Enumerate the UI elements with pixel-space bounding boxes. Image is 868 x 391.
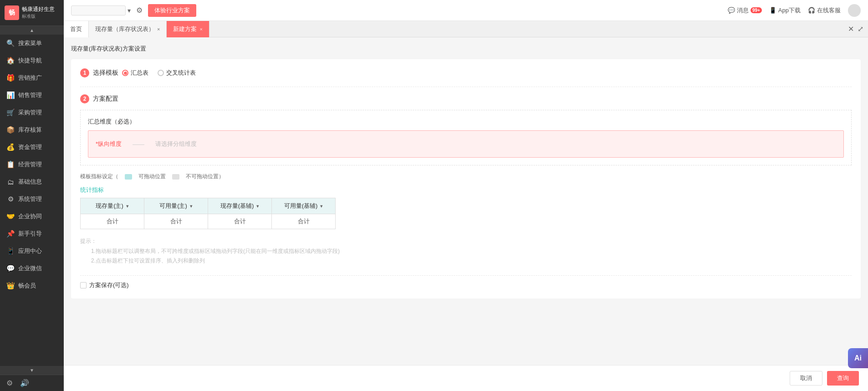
search-dropdown-button[interactable]: ▾ bbox=[128, 7, 131, 14]
pink-required-box: *纵向维度 —— 请选择分组维度 bbox=[88, 130, 844, 158]
sidebar-item-label: 新手引导 bbox=[18, 230, 42, 238]
cancel-button[interactable]: 取消 bbox=[790, 371, 822, 386]
table-cell-0: 合计 bbox=[81, 214, 144, 229]
messages-item[interactable]: 💬 消息 99+ bbox=[728, 6, 762, 15]
table-row: 合计 合计 合计 合计 bbox=[81, 214, 336, 229]
col-header-2[interactable]: 现存量(基辅) ▾ bbox=[208, 198, 272, 214]
tip-1: 1.拖动标题栏可以调整布局，不可跨维度或指标区域拖动列字段(只能在同一维度或指标… bbox=[80, 247, 852, 257]
sidebar-bottom: ⚙ 🔊 bbox=[0, 375, 64, 391]
online-service-item[interactable]: 🎧 在线客服 bbox=[808, 6, 841, 15]
app-download-item[interactable]: 📱 App下载 bbox=[769, 6, 801, 15]
sidebar-item-shortcut[interactable]: 🏠 快捷导航 bbox=[0, 52, 64, 69]
sidebar-item-label: 快捷导航 bbox=[18, 57, 42, 65]
ai-float-button[interactable]: Ai bbox=[848, 348, 868, 368]
sidebar-item-search[interactable]: 🔍 搜索菜单 bbox=[0, 35, 64, 52]
sidebar-item-purchase[interactable]: 🛒 采购管理 bbox=[0, 104, 64, 121]
gear-icon: ⚙ bbox=[6, 195, 15, 203]
save-row: 方案保存(可选) bbox=[80, 281, 852, 289]
chat-icon: 💬 bbox=[6, 264, 15, 273]
sidebar-scroll-down[interactable]: ▼ bbox=[0, 366, 64, 375]
indicator-legend: 模板指标设定（ 可拖动位置 不可拖动位置） bbox=[80, 173, 852, 180]
topbar: ▾ ⚙ 体验行业方案 💬 消息 99+ 📱 App下载 🎧 在线客服 bbox=[64, 0, 868, 21]
sidebar-item-apps[interactable]: 📱 应用中心 bbox=[0, 242, 64, 260]
phone-icon: 📱 bbox=[769, 7, 776, 14]
search-icon: 🔍 bbox=[6, 39, 15, 47]
sound-icon[interactable]: 🔊 bbox=[20, 379, 29, 387]
tab-home[interactable]: 首页 bbox=[64, 21, 89, 37]
settings-bottom-icon[interactable]: ⚙ bbox=[6, 379, 13, 387]
topbar-gear-icon[interactable]: ⚙ bbox=[136, 6, 143, 15]
step2-header: 2 方案配置 bbox=[80, 94, 852, 103]
tab-inventory-close-icon[interactable]: × bbox=[157, 26, 160, 32]
app-download-label: App下载 bbox=[778, 6, 801, 15]
page-title: 现存量(库存状况表)方案设置 bbox=[71, 45, 861, 53]
tab-new-plan-label: 新建方案 bbox=[173, 25, 197, 33]
tab-inventory[interactable]: 现存量（库存状况表） × bbox=[89, 21, 167, 37]
col-header-0[interactable]: 现存量(主) ▾ bbox=[81, 198, 144, 214]
draggable-legend-box bbox=[125, 174, 132, 180]
step2-title: 方案配置 bbox=[93, 95, 118, 103]
messages-badge: 99+ bbox=[751, 7, 762, 13]
logo-text: 畅康通好生意 标准版 bbox=[22, 6, 55, 20]
sidebar: 畅 畅康通好生意 标准版 ▲ 🔍 搜索菜单 🏠 快捷导航 🎁 营销推广 📊 销售… bbox=[0, 0, 64, 391]
sidebar-item-inventory[interactable]: 📦 库存核算 bbox=[0, 121, 64, 139]
step2-section: 2 方案配置 汇总维度（必选） *纵向维度 —— 请选择分组维度 bbox=[80, 94, 852, 266]
bottom-action-bar: 取消 查询 bbox=[64, 365, 868, 391]
col-header-1[interactable]: 可用量(主) ▾ bbox=[144, 198, 208, 214]
step1-badge: 1 bbox=[80, 68, 89, 77]
tabs-bar: 首页 现存量（库存状况表） × 新建方案 × ✕ ⤢ bbox=[64, 21, 868, 37]
online-service-label: 在线客服 bbox=[817, 6, 841, 15]
sidebar-item-system[interactable]: ⚙ 系统管理 bbox=[0, 190, 64, 208]
tab-expand-button[interactable]: ⤢ bbox=[857, 24, 864, 34]
sidebar-item-label: 库存核算 bbox=[18, 126, 42, 134]
radio-cross-label: 交叉统计表 bbox=[166, 69, 196, 77]
radio-summary[interactable]: 汇总表 bbox=[122, 69, 148, 77]
col-header-3[interactable]: 可用量(基辅) ▾ bbox=[272, 198, 336, 214]
dim-placeholder[interactable]: 请选择分组维度 bbox=[155, 140, 197, 148]
sidebar-item-marketing[interactable]: 🎁 营销推广 bbox=[0, 69, 64, 87]
sidebar-item-basic[interactable]: 🗂 基础信息 bbox=[0, 173, 64, 190]
handshake-icon: 🤝 bbox=[6, 212, 15, 221]
tab-close-button[interactable]: ✕ bbox=[847, 24, 855, 34]
indicator-settings: 模板指标设定（ 可拖动位置 不可拖动位置） 统计指标 bbox=[80, 173, 852, 266]
money-icon: 💰 bbox=[6, 143, 15, 151]
tab-new-plan[interactable]: 新建方案 × bbox=[167, 21, 209, 37]
stats-section-title: 统计指标 bbox=[80, 186, 852, 194]
user-avatar[interactable] bbox=[848, 4, 861, 17]
radio-summary-label: 汇总表 bbox=[131, 69, 148, 77]
content-area: 现存量(库存状况表)方案设置 1 选择模板 汇总表 交叉统计表 bbox=[64, 37, 868, 365]
sidebar-item-cooperation[interactable]: 🤝 企业协同 bbox=[0, 208, 64, 225]
sidebar-item-finance[interactable]: 💰 资金管理 bbox=[0, 139, 64, 156]
col-1-dropdown-icon[interactable]: ▾ bbox=[190, 203, 193, 209]
sidebar-item-label: 畅会员 bbox=[18, 282, 36, 290]
radio-cross[interactable]: 交叉统计表 bbox=[158, 69, 196, 77]
sidebar-item-sales[interactable]: 📊 销售管理 bbox=[0, 87, 64, 104]
col-0-label: 现存量(主) bbox=[96, 202, 123, 210]
col-3-dropdown-icon[interactable]: ▾ bbox=[320, 203, 323, 209]
sidebar-item-wechat[interactable]: 💬 企业微信 bbox=[0, 260, 64, 277]
tab-new-plan-close-icon[interactable]: × bbox=[199, 26, 202, 32]
headset-icon: 🎧 bbox=[808, 7, 815, 14]
save-checkbox[interactable] bbox=[80, 282, 87, 288]
query-button[interactable]: 查询 bbox=[827, 371, 859, 386]
step1-header: 1 选择模板 汇总表 交叉统计表 bbox=[80, 68, 852, 77]
sidebar-scroll-up[interactable]: ▲ bbox=[0, 26, 64, 35]
vertical-dim-label: *纵向维度 bbox=[96, 140, 122, 148]
search-input[interactable] bbox=[71, 5, 126, 15]
sidebar-item-label: 企业协同 bbox=[18, 212, 42, 221]
tip-2: 2.点击标题栏下拉可设置排序、插入列和删除列 bbox=[80, 256, 852, 266]
settings-panel: 1 选择模板 汇总表 交叉统计表 bbox=[71, 59, 861, 298]
summary-dimension-section: 汇总维度（必选） *纵向维度 —— 请选择分组维度 bbox=[80, 110, 852, 165]
industry-plan-button[interactable]: 体验行业方案 bbox=[148, 4, 196, 17]
step2-badge: 2 bbox=[80, 94, 89, 103]
col-0-dropdown-icon[interactable]: ▾ bbox=[126, 203, 129, 209]
col-2-dropdown-icon[interactable]: ▾ bbox=[256, 203, 259, 209]
sidebar-item-label: 搜索菜单 bbox=[18, 39, 42, 47]
sidebar-item-member[interactable]: 👑 畅会员 bbox=[0, 277, 64, 294]
messages-label: 消息 bbox=[737, 6, 749, 15]
topbar-right: 💬 消息 99+ 📱 App下载 🎧 在线客服 bbox=[728, 4, 861, 17]
sidebar-item-guide[interactable]: 📌 新手引导 bbox=[0, 225, 64, 242]
mobile-icon: 📱 bbox=[6, 247, 15, 255]
tab-inventory-label: 现存量（库存状况表） bbox=[95, 25, 154, 33]
sidebar-item-operations[interactable]: 📋 经营管理 bbox=[0, 156, 64, 173]
